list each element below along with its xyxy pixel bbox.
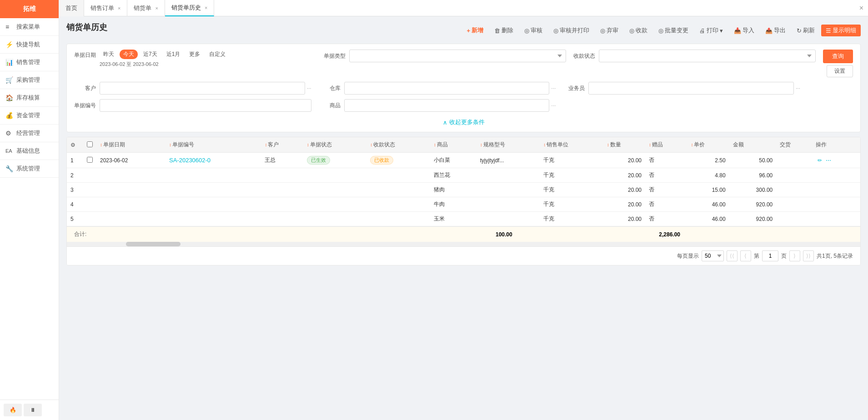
total-info: 共1页, 5条记录 — [817, 252, 853, 260]
close-all-tabs[interactable]: × — [855, 4, 868, 12]
sidebar-item-search-menu[interactable]: ≡ 搜索菜单 — [0, 18, 59, 36]
cell-qty: 20.00 — [603, 212, 645, 226]
set-button[interactable]: 设置 — [827, 65, 853, 77]
sidebar-item-quick-nav[interactable]: ⚡ 快捷导航 — [0, 36, 59, 54]
delete-button[interactable]: 🗑 删除 — [490, 25, 518, 36]
status-badge: 已生效 — [307, 156, 330, 165]
col-settings[interactable]: ⚙ — [67, 137, 83, 153]
tab-sales-history[interactable]: 销货单历史 × — [165, 0, 214, 16]
col-unit[interactable]: ↕销售单位 — [540, 137, 603, 153]
audit-print-button[interactable]: ◎ 审核并打印 — [549, 25, 594, 36]
sidebar-fire-btn[interactable]: 🔥 — [4, 404, 22, 416]
sidebar-item-label: 经营管理 — [16, 129, 40, 137]
import-button[interactable]: 📥 导入 — [729, 25, 759, 36]
col-price[interactable]: ↕单价 — [687, 137, 729, 153]
toolbar: + 新增 🗑 删除 ◎ 审核 ◎ 审核并打印 ◎ 弃审 — [462, 25, 861, 36]
show-detail-button[interactable]: ☰ 显示明细 — [821, 25, 861, 36]
customer-input[interactable] — [100, 82, 305, 95]
col-date[interactable]: ↕单据日期 — [96, 137, 166, 153]
col-customer[interactable]: ↕客户 — [261, 137, 303, 153]
audit-button[interactable]: ◎ 审核 — [520, 25, 547, 36]
page-number-input[interactable] — [762, 250, 778, 261]
first-page-btn[interactable]: ⟨⟨ — [727, 250, 738, 261]
abandon-button[interactable]: ◎ 弃审 — [596, 25, 623, 36]
doc-no-input[interactable] — [100, 99, 311, 112]
refresh-button[interactable]: ↻ 刷新 — [792, 25, 819, 36]
close-sales-order-icon[interactable]: × — [118, 5, 120, 11]
row-checkbox[interactable] — [87, 157, 93, 163]
last-page-btn[interactable]: ⟩⟩ — [803, 250, 814, 261]
collect-status-label: 收款状态 — [573, 52, 595, 60]
collapse-button[interactable]: ∧ 收起更多条件 — [443, 118, 485, 126]
col-gift[interactable]: ↕赠品 — [645, 137, 687, 153]
goods-input[interactable] — [344, 99, 550, 112]
page-size-select[interactable]: 50 100 — [702, 250, 724, 261]
col-action: 操作 — [812, 137, 860, 153]
cell-gift: 否 — [645, 153, 687, 168]
prev-page-btn[interactable]: ⟨ — [740, 250, 751, 261]
content-wrapper: 销货单历史 + 新增 🗑 删除 ◎ 审核 ◎ 审核并打印 — [59, 16, 868, 420]
query-button[interactable]: 查询 — [823, 50, 853, 63]
tab-sales-goods[interactable]: 销货单 × — [127, 0, 165, 16]
cell-price: 4.80 — [687, 168, 729, 183]
date-tab-yesterday[interactable]: 昨天 — [100, 50, 118, 59]
date-tab-7days[interactable]: 近7天 — [140, 50, 161, 59]
cell-price: 2.50 — [687, 153, 729, 168]
horizontal-scrollbar[interactable] — [67, 242, 860, 246]
batch-change-button[interactable]: ◎ 批量变更 — [654, 25, 693, 36]
collect-button[interactable]: ◎ 收款 — [625, 25, 652, 36]
sidebar-item-sales-mgmt[interactable]: 📊 销售管理 — [0, 54, 59, 71]
cell-goods: 玉米 — [430, 212, 477, 226]
tab-sales-order[interactable]: 销售订单 × — [84, 0, 127, 16]
col-no[interactable]: ↕单据编号 — [166, 137, 261, 153]
next-page-btn[interactable]: ⟩ — [789, 250, 800, 261]
agent-dots[interactable]: ··· — [796, 85, 800, 91]
close-sales-history-icon[interactable]: × — [205, 5, 207, 10]
cell-unit: 千克 — [540, 168, 603, 183]
date-tab-custom[interactable]: 自定义 — [206, 50, 229, 59]
print-button[interactable]: 🖨 打印 ▾ — [695, 25, 728, 36]
scrollbar-thumb[interactable] — [126, 242, 181, 246]
ops-icon: ⚙ — [5, 130, 13, 137]
date-tabs: 昨天 今天 近7天 近1月 更多 自定义 — [100, 50, 229, 59]
collect-status-select[interactable] — [599, 50, 816, 62]
doc-no-link[interactable]: SA-20230602-0 — [169, 157, 211, 164]
close-sales-goods-icon[interactable]: × — [155, 5, 158, 11]
col-collect-status[interactable]: ↕收款状态 — [366, 137, 430, 153]
cell-qty: 20.00 — [603, 197, 645, 212]
sidebar-item-fund-mgmt[interactable]: 💰 资金管理 — [0, 107, 59, 125]
add-button[interactable]: + 新增 — [462, 25, 488, 36]
date-tab-1month[interactable]: 近1月 — [163, 50, 184, 59]
cell-no — [166, 183, 261, 197]
doc-type-select[interactable] — [349, 50, 566, 62]
col-goods[interactable]: ↕商品 — [430, 137, 477, 153]
date-tab-today[interactable]: 今天 — [120, 50, 138, 59]
col-qty[interactable]: ↕数量 — [603, 137, 645, 153]
sidebar-item-inventory[interactable]: 🏠 库存核算 — [0, 89, 59, 107]
export-button[interactable]: 📤 导出 — [761, 25, 790, 36]
warehouse-dots[interactable]: ··· — [551, 85, 556, 91]
date-tab-more[interactable]: 更多 — [186, 50, 204, 59]
sidebar-pause-btn[interactable]: ⏸ — [24, 404, 42, 416]
abandon-icon: ◎ — [600, 27, 605, 34]
edit-action-btn[interactable]: ✏ — [816, 157, 824, 164]
cell-checkbox — [83, 153, 96, 168]
col-doc-status[interactable]: ↕单据状态 — [303, 137, 366, 153]
cell-index: 2 — [67, 168, 83, 183]
main-area: 首页 销售订单 × 销货单 × 销货单历史 × × 销货单历史 + 新增 — [59, 0, 868, 420]
goods-dots[interactable]: ··· — [551, 102, 556, 109]
sys-icon: 🔧 — [5, 165, 13, 172]
sidebar-item-sys-mgmt[interactable]: 🔧 系统管理 — [0, 160, 59, 178]
customer-dots[interactable]: ··· — [307, 85, 311, 91]
cell-index: 3 — [67, 183, 83, 197]
agent-input[interactable] — [588, 82, 794, 95]
sidebar-item-purchase-mgmt[interactable]: 🛒 采购管理 — [0, 71, 59, 89]
sidebar-item-ops-mgmt[interactable]: ⚙ 经营管理 — [0, 125, 59, 142]
tab-home[interactable]: 首页 — [59, 0, 84, 16]
select-all-checkbox[interactable] — [87, 141, 93, 147]
col-spec[interactable]: ↕规格型号 — [477, 137, 540, 153]
warehouse-input[interactable] — [344, 82, 550, 95]
more-action-btn[interactable]: ⋯ — [824, 157, 833, 164]
cell-price: 15.00 — [687, 183, 729, 197]
sidebar-item-base-info[interactable]: EA 基础信息 — [0, 142, 59, 160]
